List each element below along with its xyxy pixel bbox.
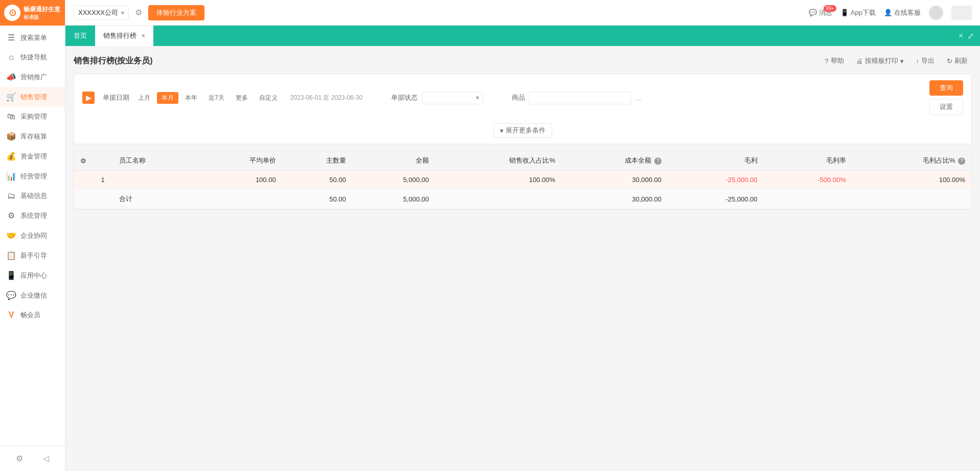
user-avatar[interactable] [929, 6, 943, 20]
operations-icon: 📊 [6, 171, 16, 181]
goods-more-icon[interactable]: ... [635, 94, 641, 102]
page-header: 销售排行榜(按业务员) ? 帮助 🖨 按模板打印 ▾ ↑ 导出 ↻ 刷新 [74, 54, 972, 68]
gross-pct-help-icon[interactable]: ? [958, 158, 965, 165]
row-name [113, 171, 197, 189]
online-service-button[interactable]: 👤 在线客服 [884, 8, 921, 17]
query-button[interactable]: 查询 [929, 80, 963, 96]
col-header-settings[interactable]: ⚙ [74, 151, 93, 171]
sidebar-item-label: 营销推广 [20, 73, 47, 82]
sidebar-footer: ⚙ ◁ [0, 445, 65, 471]
sidebar-item-label: 企业协同 [20, 231, 47, 240]
date-tab-last-month[interactable]: 上月 [133, 92, 155, 104]
print-button[interactable]: 🖨 按模板打印 ▾ [852, 54, 908, 68]
col-header-gross-rate: 毛利率 [764, 151, 852, 171]
header-settings-icon[interactable]: ⚙ [135, 8, 142, 17]
service-label: 在线客服 [894, 8, 921, 17]
service-icon: 👤 [884, 9, 892, 16]
sidebar-item-marketing[interactable]: 📣 营销推广 [0, 67, 65, 87]
footer-gross: -25,000.00 [668, 189, 763, 209]
tab-sales-rank-label: 销售排行榜 [103, 31, 136, 40]
date-tab-more[interactable]: 更多 [231, 92, 253, 104]
filter-settings-button[interactable]: 设置 [929, 99, 963, 115]
sidebar-item-label: 畅会员 [20, 310, 40, 320]
footer-avg-price [197, 189, 282, 209]
message-button[interactable]: 💬 消息 99+ [809, 8, 832, 17]
sidebar-item-label: 快捷导航 [20, 53, 47, 62]
sidebar-item-system[interactable]: ⚙ 系统管理 [0, 206, 65, 226]
goods-filter-label: 商品 [512, 93, 525, 102]
sidebar-settings-btn[interactable]: ⚙ [16, 454, 23, 463]
sidebar-item-search[interactable]: ☰ 搜索菜单 [0, 28, 65, 48]
purchase-icon: 🛍 [6, 112, 16, 121]
sidebar-item-quick-nav[interactable]: ⌂ 快捷导航 [0, 48, 65, 67]
tab-expand-button[interactable]: ⤢ [967, 31, 974, 41]
tab-home[interactable]: 首页 [65, 26, 95, 46]
table-footer-row: 合计 50.00 5,000.00 30,000.00 -25,000.00 [74, 189, 971, 209]
row-amount: 5,000.00 [352, 171, 435, 189]
col-header-sales-pct: 销售收入占比% [435, 151, 561, 171]
export-button[interactable]: ↑ 导出 [912, 54, 939, 68]
sidebar-item-app-center[interactable]: 📱 应用中心 [0, 265, 65, 285]
filter-collapse-btn[interactable]: ▶ [82, 92, 95, 104]
tab-sales-rank[interactable]: 销售排行榜 × [95, 26, 153, 46]
goods-input[interactable] [529, 92, 631, 104]
logo-sub: 标准版 [24, 14, 60, 21]
status-filter: 单据状态 [391, 92, 483, 104]
expand-more-button[interactable]: ▾ 展开更多条件 [493, 123, 552, 138]
date-tabs: 上月 本月 本年 近7天 更多 自定义 [133, 92, 282, 104]
user-name-placeholder [951, 6, 972, 20]
print-label: 按模板打印 [865, 56, 898, 65]
sidebar-item-enterprise[interactable]: 🤝 企业协同 [0, 226, 65, 245]
trial-button[interactable]: 体验行业方案 [148, 5, 204, 20]
refresh-button[interactable]: ↻ 刷新 [943, 54, 972, 68]
date-tab-7days[interactable]: 近7天 [204, 92, 229, 104]
tab-close-icon[interactable]: × [142, 32, 145, 39]
date-filter-label: 单据日期 [103, 93, 129, 102]
inventory-icon: 📦 [6, 131, 16, 141]
header: XXXXXX公司 ▾ ⚙ 体验行业方案 💬 消息 99+ 📱 App下载 👤 在… [65, 0, 980, 26]
sidebar-item-label: 搜索菜单 [20, 33, 47, 42]
sidebar-item-wechat[interactable]: 💬 企业微信 [0, 285, 65, 305]
sidebar-item-operations[interactable]: 📊 经营管理 [0, 166, 65, 186]
sidebar-collapse-btn[interactable]: ◁ [43, 454, 49, 463]
sidebar-item-finance[interactable]: 💰 资金管理 [0, 146, 65, 166]
sidebar-item-base-info[interactable]: 🗂 基础信息 [0, 186, 65, 206]
status-select[interactable] [422, 92, 483, 104]
row-gross: -25,000.00 [668, 171, 763, 189]
sidebar-item-guide[interactable]: 📋 新手引导 [0, 245, 65, 265]
col-header-name: 员工名称 [113, 151, 197, 171]
app-download-button[interactable]: 📱 App下载 [840, 8, 876, 17]
row-avg-price: 100.00 [197, 171, 282, 189]
tab-bar-actions: × ⤢ [959, 31, 980, 41]
date-tab-this-year[interactable]: 本年 [180, 92, 202, 104]
help-button[interactable]: ? 帮助 [821, 54, 848, 68]
company-selector[interactable]: XXXXXX公司 ▾ [74, 6, 129, 20]
sidebar-item-inventory[interactable]: 📦 库存核算 [0, 126, 65, 146]
cost-help-icon[interactable]: ? [654, 158, 662, 165]
refresh-label: 刷新 [954, 56, 968, 65]
table-header-row: ⚙ 员工名称 平均单价 主数量 全额 销售收入占比% [74, 151, 971, 171]
app-label: App下载 [851, 8, 876, 17]
row-gross-pct: 100.00% [852, 171, 971, 189]
col-header-gross: 毛利 [668, 151, 763, 171]
sales-rank-table: ⚙ 员工名称 平均单价 主数量 全额 销售收入占比% [74, 151, 971, 209]
app-icon: 📱 [840, 9, 849, 16]
sidebar-item-label: 采购管理 [20, 112, 47, 121]
date-tab-custom[interactable]: 自定义 [255, 92, 282, 104]
sales-icon: 🛒 [6, 92, 16, 102]
row-sales-pct: 100.00% [435, 171, 561, 189]
sidebar-item-label: 系统管理 [20, 211, 47, 220]
sidebar-item-vip[interactable]: V 畅会员 [0, 305, 65, 325]
sidebar-item-sales[interactable]: 🛒 销售管理 [0, 87, 65, 107]
refresh-icon: ↻ [947, 57, 952, 65]
sidebar-item-label: 新手引导 [20, 251, 47, 260]
sidebar-item-purchase[interactable]: 🛍 采购管理 [0, 107, 65, 126]
tab-close-all-button[interactable]: × [959, 31, 963, 40]
row-qty: 50.00 [282, 171, 352, 189]
data-table-wrap: ⚙ 员工名称 平均单价 主数量 全额 销售收入占比% [74, 150, 972, 210]
date-tab-this-month[interactable]: 本月 [157, 92, 178, 104]
company-name: XXXXXX公司 [78, 8, 118, 17]
vip-icon: V [6, 310, 16, 320]
help-icon: ? [825, 57, 828, 65]
print-icon: 🖨 [856, 57, 863, 65]
